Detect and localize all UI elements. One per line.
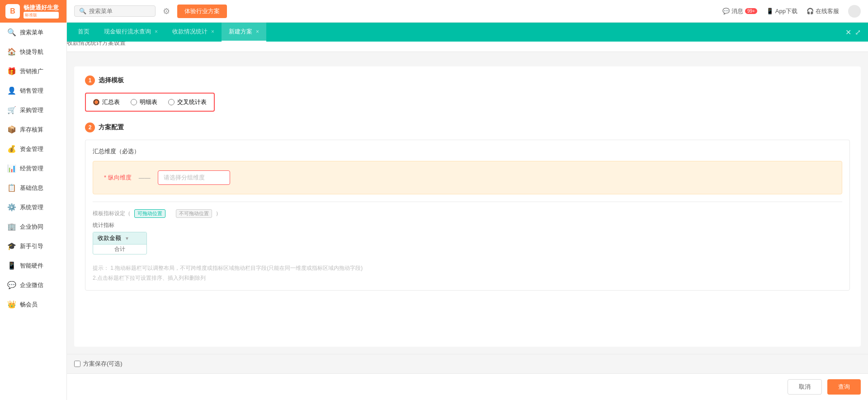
sidebar-item-label-hardware: 智能硬件 <box>20 262 43 270</box>
close-all-icon[interactable]: ✕ <box>845 28 851 37</box>
sidebar-item-wechat[interactable]: 💬 企业微信 <box>0 275 66 295</box>
app-name: 畅捷通好生意 <box>24 4 59 11</box>
draggable-indicator: 可拖动位置 <box>134 209 165 218</box>
logo-icon: B <box>5 4 20 19</box>
step1-label: 选择模板 <box>99 76 124 85</box>
inventory-icon: 📦 <box>7 125 16 134</box>
metric-dropdown-icon[interactable]: ▼ <box>125 236 129 241</box>
finance-icon: 💰 <box>7 145 16 153</box>
tab-newplan-close[interactable]: × <box>256 28 259 35</box>
sidebar-item-inventory[interactable]: 📦 库存核算 <box>0 120 66 139</box>
topbar-search-icon: 🔍 <box>79 8 86 14</box>
purchase-icon: 🛒 <box>7 106 16 114</box>
step2-number: 2 <box>85 122 95 132</box>
operations-icon: 📊 <box>7 164 16 173</box>
sidebar-item-newbie[interactable]: 🎓 新手引导 <box>0 236 66 256</box>
tabbar-actions: ✕ ⤢ <box>845 23 864 42</box>
member-icon: 👑 <box>7 300 16 309</box>
sidebar-item-label-enterprise: 企业协同 <box>20 223 43 231</box>
summary-dimension-title: 汇总维度（必选） <box>93 147 842 155</box>
sidebar-item-basicinfo[interactable]: 📋 基础信息 <box>0 178 66 198</box>
metrics-label: 统计指标 <box>93 221 842 229</box>
dimension-row: 纵向维度 —— 请选择分组维度 <box>104 170 831 185</box>
vertical-label: 纵向维度 <box>104 174 132 182</box>
avatar[interactable] <box>848 5 861 18</box>
radio-summary-label: 汇总表 <box>102 98 120 106</box>
main-area: 🔍 ⚙ 体验行业方案 💬 消息 99+ 📱 App下载 🎧 在线客服 <box>67 0 868 400</box>
message-btn[interactable]: 💬 消息 99+ <box>722 7 757 15</box>
metric-header[interactable]: 收款金额 ▼ <box>93 232 146 245</box>
sidebar-item-label-sales: 销售管理 <box>20 87 43 95</box>
tab-home[interactable]: 首页 <box>71 23 97 42</box>
sidebar-item-quicknav[interactable]: 🏠 快捷导航 <box>0 42 66 61</box>
sidebar-item-label-system: 系统管理 <box>20 203 43 212</box>
topbar-search-input[interactable] <box>89 8 143 14</box>
sidebar-item-finance[interactable]: 💰 资金管理 <box>0 139 66 159</box>
download-btn[interactable]: 📱 App下载 <box>766 7 797 15</box>
section-config: 2 方案配置 汇总维度（必选） 纵向维度 —— 请选择分组维度 <box>85 122 850 291</box>
tab-cashflow-label: 现金银行流水查询 <box>104 28 151 36</box>
template-options: 汇总表 明细表 交叉统计表 <box>85 93 215 112</box>
download-icon: 📱 <box>766 8 774 14</box>
tip1: 提示： 1.拖动标题栏可以调整布局，不可跨维度或指标区域拖动栏目字段(只能在同一… <box>93 264 842 273</box>
sidebar-item-hardware[interactable]: 📱 智能硬件 <box>0 256 66 275</box>
dimension-area: 纵向维度 —— 请选择分组维度 <box>93 161 842 194</box>
basicinfo-icon: 📋 <box>7 184 16 192</box>
dimension-placeholder: 请选择分组维度 <box>164 174 205 181</box>
sidebar-item-enterprise[interactable]: 🏢 企业协同 <box>0 217 66 236</box>
dimension-select[interactable]: 请选择分组维度 <box>158 170 230 185</box>
tab-cashflow[interactable]: 现金银行流水查询 × <box>97 23 165 42</box>
tabbar: 首页 现金银行流水查询 × 收款情况统计 × 新建方案 × ✕ ⤢ <box>67 23 868 42</box>
logo-area: B 畅捷通好生意 标准版 <box>0 0 66 23</box>
sidebar-item-marketing[interactable]: 🎁 营销推广 <box>0 61 66 81</box>
section-template: 1 选择模板 汇总表 明细表 <box>85 75 850 112</box>
tab-cashflow-close[interactable]: × <box>155 28 158 35</box>
sidebar-item-label-marketing: 营销推广 <box>20 67 43 75</box>
topbar-search-box[interactable]: 🔍 <box>74 5 156 17</box>
gear-icon[interactable]: ⚙ <box>163 6 170 16</box>
sidebar-item-label-finance: 资金管理 <box>20 145 43 153</box>
sidebar-item-member[interactable]: 👑 畅会员 <box>0 295 66 314</box>
arrow: —— <box>139 174 151 181</box>
radio-summary[interactable]: 汇总表 <box>93 98 120 106</box>
message-icon: 💬 <box>722 8 730 14</box>
radio-detail-input[interactable] <box>131 99 137 105</box>
sidebar-item-purchase[interactable]: 🛒 采购管理 <box>0 100 66 120</box>
step2-label: 方案配置 <box>99 123 124 132</box>
maximize-icon[interactable]: ⤢ <box>855 28 861 37</box>
breadcrumb: 收款情况统计方案设置 <box>67 42 868 52</box>
support-btn[interactable]: 🎧 在线客服 <box>807 7 839 15</box>
hardware-icon: 📱 <box>7 261 16 270</box>
tab-collection-close[interactable]: × <box>211 28 214 35</box>
system-icon: ⚙️ <box>7 203 16 212</box>
enterprise-icon: 🏢 <box>7 222 16 231</box>
marketing-icon: 🎁 <box>7 67 16 75</box>
radio-detail[interactable]: 明细表 <box>131 98 157 106</box>
tab-collection[interactable]: 收款情况统计 × <box>165 23 222 42</box>
sidebar-item-system[interactable]: ⚙️ 系统管理 <box>0 198 66 217</box>
radio-detail-label: 明细表 <box>140 98 157 106</box>
radio-cross-input[interactable] <box>168 99 175 105</box>
sidebar-item-search[interactable]: 🔍 搜索菜单 <box>0 23 66 42</box>
radio-summary-input[interactable] <box>93 99 99 105</box>
sidebar-item-operations[interactable]: 📊 经营管理 <box>0 159 66 178</box>
radio-cross-label: 交叉统计表 <box>177 98 207 106</box>
sidebar-item-label-search: 搜索菜单 <box>20 28 43 37</box>
sidebar-item-label-newbie: 新手引导 <box>20 242 43 250</box>
sidebar-item-label-wechat: 企业微信 <box>20 281 43 289</box>
topbar-right: 💬 消息 99+ 📱 App下载 🎧 在线客服 <box>722 5 861 18</box>
industry-btn[interactable]: 体验行业方案 <box>177 5 227 18</box>
page-footer: 方案保存(可选) <box>67 354 868 373</box>
sidebar-item-sales[interactable]: 👤 销售管理 <box>0 81 66 100</box>
query-button[interactable]: 查询 <box>827 379 861 395</box>
sidebar-item-label-operations: 经营管理 <box>20 165 43 173</box>
search-icon: 🔍 <box>7 28 16 37</box>
cancel-button[interactable]: 取消 <box>788 379 822 395</box>
divider <box>93 202 842 202</box>
sales-icon: 👤 <box>7 86 16 95</box>
radio-cross[interactable]: 交叉统计表 <box>168 98 207 106</box>
home-icon: 🏠 <box>7 47 16 56</box>
support-icon: 🎧 <box>807 8 814 14</box>
tab-newplan[interactable]: 新建方案 × <box>222 23 266 42</box>
save-checkbox[interactable] <box>74 361 80 367</box>
